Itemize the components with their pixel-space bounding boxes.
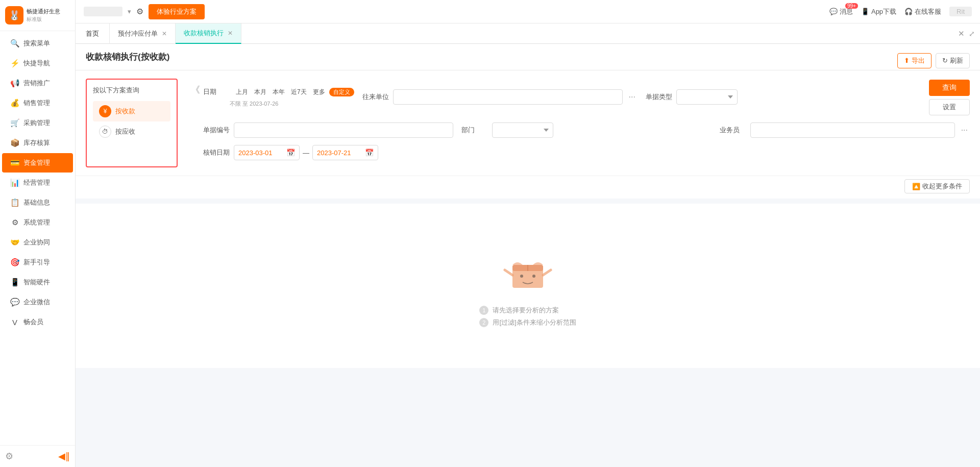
topbar-left: ▾ ⚙ 体验行业方案 [84,4,205,19]
sidebar-item-vip[interactable]: V畅会员 [2,312,73,332]
industry-solution-button[interactable]: 体验行业方案 [149,4,205,19]
sidebar-label-enterprise-wechat: 企业微信 [23,298,50,307]
account-name [84,7,122,16]
empty-tip-1: 1 请先选择要分析的方案 [479,306,576,315]
bill-no-input[interactable] [234,122,453,138]
business-label: 业务员 [720,126,746,135]
tab-home[interactable]: 首页 [76,23,110,44]
date-range-separator: — [303,149,309,157]
settings-icon[interactable]: ⚙ [5,451,13,462]
empty-state: 1 请先选择要分析的方案 2 用[过滤]条件来缩小分析范围 [76,204,980,368]
sidebar-item-smart-hw[interactable]: 📱智能硬件 [2,273,73,292]
empty-tip-2: 2 用[过滤]条件来缩小分析范围 [479,318,576,327]
tab-prepay-label: 预付冲应付单 [118,29,158,38]
app-name: 畅捷通好生意 [27,8,60,15]
sidebar-label-marketing: 营销推广 [23,79,50,88]
download-icon: 📱 [861,8,869,15]
tab-expand-icon[interactable]: ⤢ [969,30,975,38]
filter-by-receipt[interactable]: ¥ 按收款 [93,101,170,121]
sidebar: 🐰 畅捷通好生意 标准版 🔍搜索菜单⚡快捷导航📢营销推广💰销售管理🛒采购管理📦库… [0,0,76,467]
sidebar-item-sales[interactable]: 💰销售管理 [2,93,73,113]
verify-start-date-input[interactable] [238,149,284,157]
verify-end-date-input[interactable] [317,149,363,157]
verify-end-calendar-icon[interactable]: 📅 [365,149,374,157]
sidebar-item-inventory[interactable]: 📦库存核算 [2,133,73,153]
tip-num-1: 1 [479,306,488,315]
bill-no-filter-group: 单据编号 [203,122,453,138]
guide-icon: 🎯 [10,258,19,267]
sidebar-item-finance[interactable]: 💳资金管理 [2,153,73,173]
dept-select[interactable] [492,122,553,138]
app-version: 标准版 [27,16,60,23]
bill-type-select[interactable] [676,89,738,105]
date-filter-group: 日期 上月 本月 本年 近7天 更多 自定义 不限 至 2023-0 [203,87,354,108]
basic-info-icon: 📋 [10,198,19,207]
sidebar-item-operations[interactable]: 📊经营管理 [2,173,73,192]
gear-icon[interactable]: ⚙ [136,7,143,16]
verify-start-calendar-icon[interactable]: 📅 [286,149,295,157]
sidebar-item-marketing[interactable]: 📢营销推广 [2,73,73,93]
collapse-more-button[interactable]: 🔼 收起更多条件 [904,179,970,193]
filter-type-selector: 按以下方案查询 ¥ 按收款 ⏱ 按应收 [86,79,178,167]
sidebar-item-quick-nav[interactable]: ⚡快捷导航 [2,54,73,73]
sidebar-label-finance: 资金管理 [23,158,50,167]
date-last-month[interactable]: 上月 [234,87,250,97]
tab-prepay[interactable]: 预付冲应付单 ✕ [110,23,176,44]
sidebar-item-system[interactable]: ⚙系统管理 [2,213,73,232]
sidebar-item-search-menu[interactable]: 🔍搜索菜单 [2,34,73,53]
account-info [84,7,122,16]
tab-prepay-close-icon[interactable]: ✕ [162,30,167,37]
date-7days[interactable]: 近7天 [289,87,309,97]
sidebar-item-guide[interactable]: 🎯新手引导 [2,253,73,272]
sidebar-label-system: 系统管理 [23,218,50,227]
bill-no-label: 单据编号 [203,126,230,135]
tab-receipt[interactable]: 收款核销执行 ✕ [176,23,241,44]
verify-date-range: 📅 — 📅 [234,145,378,160]
quick-nav-icon: ⚡ [10,59,19,68]
date-no-limit-text: 不限 至 2023-07-26 [230,101,278,107]
filter-collapse-toggle[interactable]: 《 [188,79,203,96]
sidebar-label-vip: 畅会员 [23,317,43,327]
refresh-button[interactable]: ↻ 刷新 [936,53,970,68]
online-service-label: 在线客服 [915,7,941,16]
topbar: ▾ ⚙ 体验行业方案 💬 消息 99+ 📱 App下载 🎧 在线客服 Rit [76,0,980,23]
date-label: 日期 [203,87,230,96]
business-filter-group: 业务员 ··· [720,122,970,138]
account-dropdown-icon[interactable]: ▾ [128,8,131,15]
verify-date-label: 核销日期 [203,148,230,157]
receivable-option-icon: ⏱ [99,126,111,138]
tab-home-label: 首页 [86,29,99,38]
tip-text-1: 请先选择要分析的方案 [493,306,559,315]
sidebar-item-purchase[interactable]: 🛒采购管理 [2,113,73,133]
app-download-link[interactable]: 📱 App下载 [861,7,896,16]
filter-actions: 查询 设置 [929,79,970,115]
sidebar-bottom: ⚙ ◀‖ [0,445,75,467]
business-more-icon[interactable]: ··· [959,126,970,135]
operations-icon: 📊 [10,178,19,187]
export-button[interactable]: ⬆ 导出 [897,53,932,68]
setting-button[interactable]: 设置 [929,99,970,115]
business-input[interactable] [750,122,955,138]
filter-by-receivable[interactable]: ⏱ 按应收 [93,121,170,142]
page-header: 收款核销执行(按收款) ⬆ 导出 ↻ 刷新 [76,44,980,70]
sidebar-item-cooperation[interactable]: 🤝企业协同 [2,233,73,252]
partner-input[interactable] [393,89,623,105]
tab-close-all-icon[interactable]: ✕ [958,29,965,38]
message-icon: 💬 [829,8,838,15]
date-this-year[interactable]: 本年 [271,87,287,97]
message-badge-wrap[interactable]: 💬 消息 99+ [829,7,853,16]
partner-more-icon[interactable]: ··· [627,92,638,102]
sidebar-item-basic-info[interactable]: 📋基础信息 [2,193,73,212]
purchase-icon: 🛒 [10,118,19,128]
sidebar-item-enterprise-wechat[interactable]: 💬企业微信 [2,292,73,312]
online-service-link[interactable]: 🎧 在线客服 [904,7,941,16]
filter-form: 日期 上月 本月 本年 近7天 更多 自定义 不限 至 2023-0 [203,79,970,167]
date-this-month[interactable]: 本月 [252,87,268,97]
date-custom-badge[interactable]: 自定义 [329,88,354,96]
date-more[interactable]: 更多 [311,87,327,97]
collapse-sidebar-icon[interactable]: ◀‖ [58,451,70,462]
vip-icon: V [10,318,19,327]
svg-line-5 [505,270,512,275]
search-button[interactable]: 查询 [929,80,970,96]
tab-receipt-close-icon[interactable]: ✕ [228,30,233,37]
